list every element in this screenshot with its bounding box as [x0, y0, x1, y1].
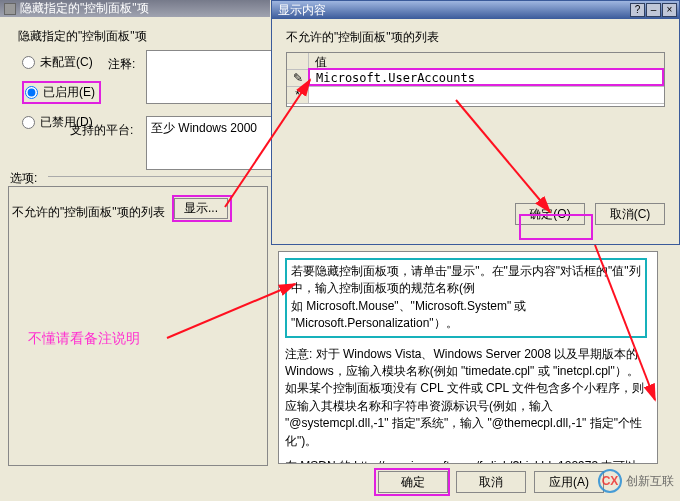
row-marker-new-icon: *	[287, 87, 309, 103]
description-panel[interactable]: 若要隐藏控制面板项，请单击"显示"。在"显示内容"对话框的"值"列中，输入控制面…	[278, 251, 658, 464]
policy-editor-title: 隐藏指定的"控制面板"项	[20, 0, 149, 17]
radio-not-configured-input[interactable]	[22, 56, 35, 69]
grid-corner	[287, 53, 309, 69]
policy-editor-titlebar: 隐藏指定的"控制面板"项	[0, 0, 270, 17]
watermark-text: 创新互联	[626, 473, 674, 490]
help-icon[interactable]: ?	[630, 3, 645, 17]
platform-label: 支持的平台:	[70, 122, 133, 139]
desc-paragraph-1: 若要隐藏控制面板项，请单击"显示"。在"显示内容"对话框的"值"列中，输入控制面…	[291, 264, 641, 330]
row-marker-edit-icon: ✎	[287, 70, 309, 86]
highlighted-help-text: 若要隐藏控制面板项，请单击"显示"。在"显示内容"对话框的"值"列中，输入控制面…	[285, 258, 647, 338]
highlight-dialog-ok	[519, 214, 593, 240]
radio-not-configured-label: 未配置(C)	[40, 54, 93, 71]
desc-paragraph-3: 在 MSDN 的 http://go.microsoft.com/fwlink/…	[285, 458, 647, 464]
platform-value: 至少 Windows 2000	[151, 121, 257, 135]
state-radio-group: 未配置(C) 已启用(E) 已禁用(D)	[22, 54, 101, 131]
options-panel	[8, 186, 268, 466]
values-grid[interactable]: 值 ✎ Microsoft.UserAccounts *	[286, 52, 665, 107]
dialog-window-controls: ? – ×	[630, 3, 679, 17]
table-row[interactable]: ✎ Microsoft.UserAccounts	[287, 70, 664, 87]
policy-cancel-button[interactable]: 取消	[456, 471, 526, 493]
dialog-title: 显示内容	[278, 2, 326, 19]
radio-enabled-label: 已启用(E)	[43, 84, 95, 101]
table-row[interactable]: *	[287, 87, 664, 104]
grid-col-value: 值	[309, 53, 664, 69]
dialog-subtitle: 不允许的"控制面板"项的列表	[286, 29, 665, 46]
policy-caption: 隐藏指定的"控制面板"项	[18, 28, 147, 45]
watermark: CX 创新互联	[598, 469, 674, 493]
watermark-logo-icon: CX	[598, 469, 622, 493]
close-icon[interactable]: ×	[662, 3, 677, 17]
grid-cell-value[interactable]: Microsoft.UserAccounts	[308, 68, 664, 86]
radio-not-configured[interactable]: 未配置(C)	[22, 54, 101, 71]
show-contents-dialog: 显示内容 ? – × 不允许的"控制面板"项的列表 值 ✎ Microsoft.…	[271, 0, 680, 245]
comment-textarea[interactable]	[146, 50, 272, 104]
radio-enabled[interactable]: 已启用(E)	[22, 81, 101, 104]
window-icon	[4, 3, 16, 15]
dialog-body: 不允许的"控制面板"项的列表 值 ✎ Microsoft.UserAccount…	[272, 19, 679, 233]
options-label: 选项:	[10, 170, 37, 187]
dialog-titlebar: 显示内容 ? – ×	[272, 1, 679, 19]
dialog-button-row: 确定(O) 取消(C)	[286, 203, 665, 225]
minimize-icon[interactable]: –	[646, 3, 661, 17]
disallowed-list-label: 不允许的"控制面板"项的列表	[12, 204, 165, 221]
desc-paragraph-2: 注意: 对于 Windows Vista、Windows Server 2008…	[285, 346, 647, 450]
highlight-policy-ok	[374, 468, 450, 496]
policy-apply-button[interactable]: 应用(A)	[534, 471, 604, 493]
annotation-note: 不懂请看备注说明	[28, 330, 140, 348]
options-divider	[48, 176, 272, 177]
grid-cell-value[interactable]	[309, 87, 664, 103]
dialog-cancel-button[interactable]: 取消(C)	[595, 203, 665, 225]
radio-enabled-input[interactable]	[25, 86, 38, 99]
platform-box: 至少 Windows 2000	[146, 116, 272, 170]
radio-disabled-input[interactable]	[22, 116, 35, 129]
comment-label: 注释:	[108, 56, 135, 73]
highlight-show-button	[172, 195, 232, 222]
